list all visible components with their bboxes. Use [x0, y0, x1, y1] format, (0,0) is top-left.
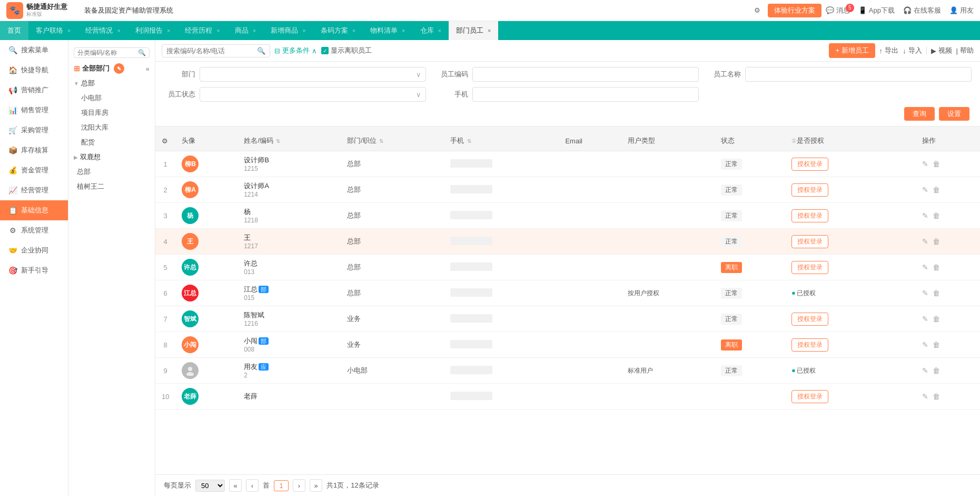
phone-input[interactable] — [472, 87, 699, 102]
col-name[interactable]: 姓名/编码 ⇅ — [237, 131, 341, 151]
edit-icon[interactable]: ✎ — [922, 263, 928, 271]
help-button[interactable]: | 帮助 — [956, 46, 974, 55]
close-icon[interactable]: × — [167, 27, 170, 34]
per-page-select[interactable]: 50 100 — [195, 480, 225, 492]
show-resigned-toggle[interactable]: ✓ 显示离职员工 — [321, 46, 372, 55]
close-icon[interactable]: × — [67, 27, 71, 34]
tab-operation[interactable]: 经营情况 × — [78, 21, 127, 40]
next-page-button[interactable]: › — [293, 479, 305, 492]
delete-icon[interactable]: 🗑 — [933, 366, 940, 375]
auth-login-button[interactable]: 授权登录 — [791, 183, 828, 197]
dept-node-peihuo[interactable]: 配货 — [68, 135, 155, 150]
status-select[interactable]: ∨ — [200, 87, 426, 102]
message-button[interactable]: 💬 消息 5 — [826, 6, 850, 15]
edit-icon[interactable]: ✎ — [922, 341, 928, 349]
search-input[interactable] — [166, 47, 255, 55]
delete-icon[interactable]: 🗑 — [933, 392, 940, 401]
first-page-button[interactable]: « — [229, 479, 242, 492]
col-phone[interactable]: 手机 ⇅ — [444, 131, 559, 151]
app-download-button[interactable]: 📱 App下载 — [858, 6, 895, 15]
settings-icon[interactable]: ⚙ — [162, 137, 168, 145]
status-select-control[interactable]: ∨ — [200, 87, 426, 102]
dept-node-shuanglu[interactable]: ▶ 双鹿想 — [68, 150, 155, 164]
close-icon[interactable]: × — [352, 27, 355, 34]
delete-icon[interactable]: 🗑 — [933, 315, 940, 323]
tab-goods[interactable]: 商品 × — [227, 21, 263, 40]
search-box[interactable]: 🔍 — [162, 44, 270, 57]
more-filter-button[interactable]: ⊟ 更多条件 ∧ — [274, 46, 317, 55]
edit-icon[interactable]: ✎ — [922, 160, 928, 168]
tab-bom[interactable]: 物料清单 × — [363, 21, 412, 40]
sidebar-item-stock[interactable]: 📦 库存核算 — [0, 140, 68, 160]
delete-icon[interactable]: 🗑 — [933, 289, 940, 297]
edit-icon[interactable]: ✎ — [922, 366, 928, 375]
delete-icon[interactable]: 🗑 — [933, 263, 940, 271]
prev-page-button[interactable]: ‹ — [246, 479, 259, 492]
auth-login-button[interactable]: 授权登录 — [791, 158, 828, 171]
sidebar-item-finance[interactable]: 💰 资金管理 — [0, 160, 68, 180]
edit-icon[interactable]: ✎ — [922, 315, 928, 323]
delete-icon[interactable]: 🗑 — [933, 160, 940, 168]
sidebar-item-marketing[interactable]: 📢 营销推广 — [0, 80, 68, 100]
query-button[interactable]: 查询 — [904, 107, 935, 121]
sidebar-item-purchase[interactable]: 🛒 采购管理 — [0, 120, 68, 140]
tab-warehouse[interactable]: 仓库 × — [413, 21, 449, 40]
delete-icon[interactable]: 🗑 — [933, 186, 940, 194]
close-icon[interactable]: × — [216, 27, 220, 34]
auth-login-button[interactable]: 授权登录 — [791, 313, 828, 326]
dept-node-shenyang[interactable]: 沈阳大库 — [68, 120, 155, 135]
close-icon[interactable]: × — [117, 27, 120, 34]
dept-group-zongbu[interactable]: ▼ 总部 — [68, 76, 155, 91]
edit-icon[interactable]: ✎ — [922, 211, 928, 220]
tab-customer[interactable]: 客户联络 × — [28, 21, 78, 40]
auth-login-button[interactable]: 授权登录 — [791, 338, 828, 352]
empcode-input[interactable] — [472, 67, 699, 82]
dept-select[interactable]: ∨ — [200, 67, 426, 82]
tab-barcode[interactable]: 条码方案 × — [313, 21, 363, 40]
sidebar-item-collab[interactable]: 🤝 企业协同 — [0, 240, 68, 260]
auth-login-button[interactable]: 授权登录 — [791, 209, 828, 222]
user-button[interactable]: 👤 用友 — [949, 6, 974, 15]
tab-addgoods[interactable]: 新增商品 × — [263, 21, 313, 40]
tab-history[interactable]: 经营历程 × — [177, 21, 227, 40]
export-button[interactable]: ↑ 导出 — [879, 46, 899, 55]
last-page-button[interactable]: » — [310, 479, 322, 492]
import-button[interactable]: ↓ 导入 — [903, 46, 922, 55]
dept-search[interactable]: 🔍 — [74, 47, 150, 58]
col-gear[interactable]: ⚙ — [155, 131, 175, 151]
dept-node-xiangmu[interactable]: 项目库房 — [68, 105, 155, 120]
edit-icon[interactable]: ✎ — [922, 392, 928, 401]
edit-icon[interactable]: ✎ — [922, 186, 928, 194]
current-page[interactable]: 1 — [274, 480, 289, 491]
close-icon[interactable]: × — [438, 27, 441, 34]
sidebar-item-operation[interactable]: 📈 经营管理 — [0, 180, 68, 200]
tab-staff[interactable]: 部门员工 × — [449, 21, 498, 40]
auth-login-button[interactable]: 授权登录 — [791, 261, 828, 274]
close-icon[interactable]: × — [402, 27, 405, 34]
dept-node-xiaodian[interactable]: 小电部 — [68, 91, 155, 105]
sidebar-item-search[interactable]: 🔍 搜索菜单 — [0, 40, 68, 60]
dept-edit-button[interactable]: ✎ — [114, 63, 124, 74]
sidebar-item-sales[interactable]: 📊 销售管理 — [0, 100, 68, 120]
auth-login-button[interactable]: 授权登录 — [791, 235, 828, 248]
gear-button[interactable]: ⚙ — [751, 4, 764, 17]
sidebar-item-basic[interactable]: 📋 基础信息 — [0, 200, 68, 220]
delete-icon[interactable]: 🗑 — [933, 237, 940, 246]
dept-select-control[interactable]: ∨ — [200, 67, 426, 82]
add-employee-button[interactable]: + 新增员工 — [829, 43, 875, 58]
close-icon[interactable]: × — [488, 27, 491, 34]
dept-all-button[interactable]: ⊞ 全部部门 ✎ « — [68, 61, 155, 76]
set-button[interactable]: 设置 — [939, 107, 969, 121]
collapse-button[interactable]: « — [146, 65, 150, 73]
delete-icon[interactable]: 🗑 — [933, 211, 940, 220]
empcode-field[interactable] — [472, 67, 699, 82]
edit-icon[interactable]: ✎ — [922, 289, 928, 297]
empname-field[interactable] — [745, 67, 972, 82]
sidebar-item-guide[interactable]: 🎯 新手引导 — [0, 260, 68, 280]
view-button[interactable]: ▶ 视频 — [931, 46, 952, 55]
empname-input[interactable] — [745, 67, 972, 82]
tab-profit[interactable]: 利润报告 × — [128, 21, 177, 40]
phone-field[interactable] — [472, 87, 699, 102]
close-icon[interactable]: × — [302, 27, 305, 34]
trial-button[interactable]: 体验行业方案 — [768, 4, 821, 17]
